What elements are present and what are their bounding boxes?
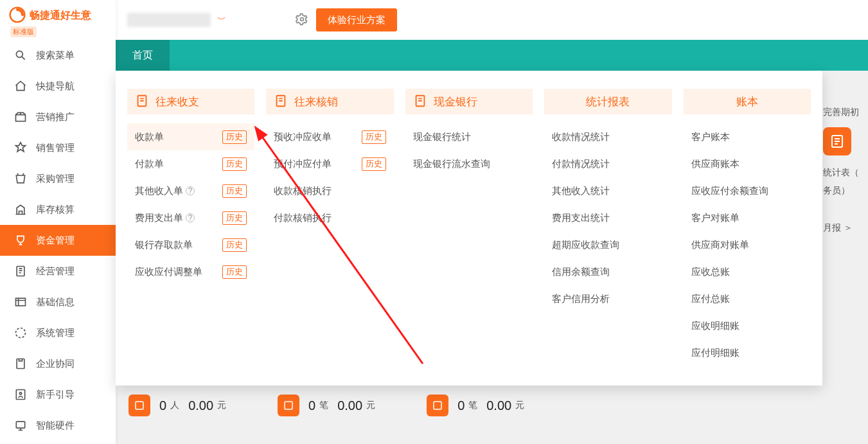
- menu-item[interactable]: 应付明细账: [684, 339, 811, 366]
- menu-item[interactable]: 现金银行流水查询: [405, 150, 533, 177]
- sidebar-item-label: 资金管理: [36, 235, 75, 247]
- menu-item[interactable]: 应收应付调整单历史: [127, 258, 254, 285]
- stat-currency: 元: [515, 400, 524, 411]
- menu-item[interactable]: 其他收入统计: [544, 177, 671, 204]
- document-icon: [135, 94, 149, 110]
- svg-point-1: [16, 51, 22, 57]
- menu-item[interactable]: 供应商对账单: [684, 231, 811, 258]
- menu-item[interactable]: 预收冲应收单历史: [266, 123, 393, 150]
- stat-number: 0: [308, 398, 315, 413]
- hardware-icon: [14, 419, 27, 432]
- menu-item[interactable]: 银行存取款单历史: [127, 231, 254, 258]
- mega-col-title: 现金银行: [434, 94, 477, 109]
- sidebar-item-search[interactable]: 搜索菜单: [0, 40, 116, 71]
- sidebar-item-quicknav[interactable]: 快捷导航: [0, 71, 116, 102]
- menu-item[interactable]: 应付总账: [684, 285, 811, 312]
- menu-item[interactable]: 付款情况统计: [544, 150, 671, 177]
- menu-item-label: 应收明细账: [691, 320, 740, 332]
- menu-item-label: 供应商账本: [691, 158, 740, 170]
- history-button[interactable]: 历史: [222, 238, 247, 252]
- mega-col-header: 往来收支: [127, 89, 254, 114]
- sidebar-item-system[interactable]: 系统管理: [0, 317, 116, 348]
- menu-item[interactable]: 超期应收款查询: [544, 231, 671, 258]
- menu-item-label: 付款单: [135, 158, 164, 170]
- sidebar-item-funds[interactable]: 资金管理: [0, 225, 116, 256]
- mega-col-ledger: 账本客户账本供应商账本应收应付余额查询客户对账单供应商对账单应收总账应付总账应收…: [684, 89, 811, 366]
- menu-item[interactable]: 现金银行统计: [405, 123, 533, 150]
- menu-item-label: 供应商对账单: [691, 239, 749, 251]
- peek-widget-icon[interactable]: [823, 127, 851, 155]
- sidebar-item-basic[interactable]: 基础信息: [0, 287, 116, 317]
- menu-item[interactable]: 客户信用分析: [544, 285, 671, 312]
- menu-item-label: 预付冲应付单: [274, 158, 332, 170]
- history-button[interactable]: 历史: [362, 157, 386, 171]
- brand-name: 畅捷通好生意: [30, 9, 91, 22]
- tab-home[interactable]: 首页: [116, 40, 170, 71]
- sidebar-item-coop[interactable]: 企业协同: [0, 348, 116, 379]
- gear-icon[interactable]: [296, 13, 308, 28]
- menu-item[interactable]: 收款核销执行: [266, 177, 393, 204]
- history-button[interactable]: 历史: [362, 130, 386, 144]
- menu-item-label: 客户账本: [691, 131, 730, 143]
- mega-col-verify: 往来核销预收冲应收单历史预付冲应付单历史收款核销执行付款核销执行: [266, 89, 393, 366]
- menu-item-label: 应收应付余额查询: [691, 185, 768, 197]
- svg-rect-13: [136, 402, 143, 409]
- menu-item[interactable]: 收款单历史: [127, 123, 254, 150]
- sidebar-item-label: 系统管理: [36, 327, 75, 339]
- menu-item-label: 现金银行流水查询: [413, 158, 490, 170]
- sidebar-item-ops[interactable]: 经营管理: [0, 256, 116, 287]
- menu-item-label: 银行存取款单: [135, 239, 193, 251]
- menu-item[interactable]: 付款单历史: [127, 150, 254, 177]
- stat-currency: 元: [366, 400, 375, 411]
- peek-line[interactable]: 月报 ＞: [823, 218, 868, 236]
- history-button[interactable]: 历史: [222, 184, 247, 198]
- mega-col-title: 统计报表: [586, 94, 630, 109]
- menu-item[interactable]: 预付冲应付单历史: [266, 150, 393, 177]
- sidebar-item-guide[interactable]: 新手引导: [0, 379, 116, 410]
- mega-col-flow: 往来收支收款单历史付款单历史其他收入单?历史费用支出单?历史银行存取款单历史应收…: [127, 89, 254, 366]
- svg-point-11: [301, 17, 304, 21]
- sidebar-item-hardware[interactable]: 智能硬件: [0, 410, 116, 441]
- document-icon: [274, 94, 288, 110]
- menu-item[interactable]: 应收明细账: [684, 312, 811, 339]
- menu-item[interactable]: 客户对账单: [684, 204, 811, 231]
- menu-item-label: 应收应付调整单: [135, 266, 202, 278]
- menu-item[interactable]: 信用余额查询: [544, 258, 671, 285]
- mega-col-title: 往来收支: [155, 94, 199, 109]
- mega-col-header: 统计报表: [544, 89, 671, 114]
- menu-item[interactable]: 应收应付余额查询: [684, 177, 811, 204]
- system-icon: [14, 326, 27, 339]
- sidebar-item-stock[interactable]: 库存核算: [0, 194, 116, 225]
- sidebar-item-sales[interactable]: 销售管理: [0, 132, 116, 163]
- menu-item[interactable]: 收款情况统计: [544, 123, 671, 150]
- menu-item[interactable]: 客户账本: [684, 123, 811, 150]
- peek-line: 务员）: [823, 181, 868, 199]
- menu-item[interactable]: 供应商账本: [684, 150, 811, 177]
- stat-unit: 笔: [319, 400, 328, 411]
- menu-item-label: 付款情况统计: [552, 158, 610, 170]
- menu-item[interactable]: 其他收入单?历史: [127, 177, 254, 204]
- sidebar-item-purchase[interactable]: 采购管理: [0, 163, 116, 194]
- menu-item-label: 付款核销执行: [274, 212, 332, 224]
- history-button[interactable]: 历史: [222, 265, 247, 279]
- stat-amount: 0.00: [486, 398, 511, 413]
- menu-item[interactable]: 付款核销执行: [266, 204, 393, 231]
- sidebar-item-marketing[interactable]: 营销推广: [0, 102, 116, 132]
- help-icon[interactable]: ?: [186, 213, 195, 222]
- chevron-down-icon: ﹀: [217, 14, 226, 26]
- menu-item-label: 客户对账单: [691, 212, 740, 224]
- sidebar-item-label: 销售管理: [36, 142, 75, 154]
- org-selector[interactable]: ﹀: [127, 13, 288, 27]
- menu-item[interactable]: 费用支出统计: [544, 204, 671, 231]
- try-industry-button[interactable]: 体验行业方案: [316, 8, 397, 31]
- menu-item[interactable]: 应收总账: [684, 258, 811, 285]
- help-icon[interactable]: ?: [186, 186, 195, 195]
- history-button[interactable]: 历史: [222, 157, 247, 171]
- sidebar: 畅捷通好生意 标准版 搜索菜单快捷导航营销推广销售管理采购管理库存核算资金管理经…: [0, 0, 116, 444]
- sidebar-item-label: 库存核算: [36, 204, 75, 216]
- history-button[interactable]: 历史: [222, 130, 247, 144]
- history-button[interactable]: 历史: [222, 211, 247, 225]
- menu-item[interactable]: 费用支出单?历史: [127, 204, 254, 231]
- tabs-bar: 首页: [116, 40, 868, 71]
- funds-mega-menu: 往来收支收款单历史付款单历史其他收入单?历史费用支出单?历史银行存取款单历史应收…: [116, 71, 822, 386]
